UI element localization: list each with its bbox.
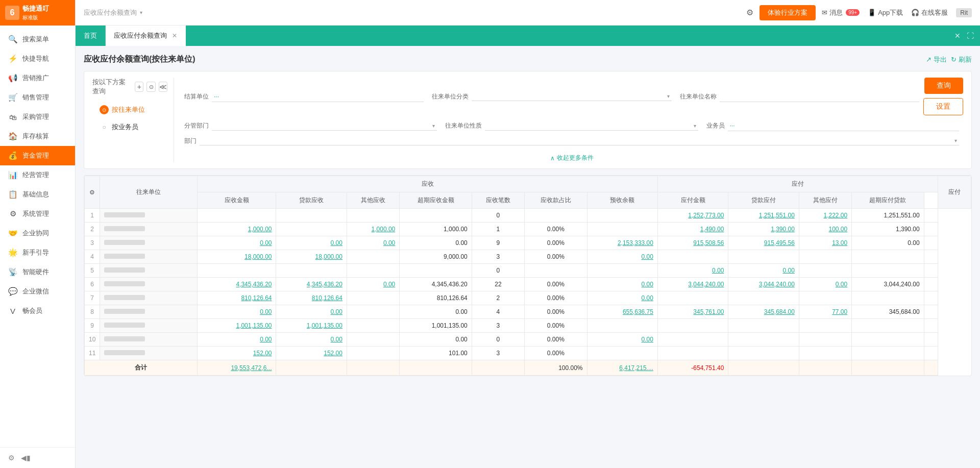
- cell[interactable]: 18,000.00: [198, 250, 276, 264]
- sidebar-item-13[interactable]: 💬 企业微信: [0, 282, 75, 301]
- th-gear[interactable]: ⚙: [85, 176, 100, 209]
- cell[interactable]: 1,251,551.00: [728, 209, 799, 223]
- cell[interactable]: 915,495.56: [728, 236, 799, 250]
- cell[interactable]: 0.00: [728, 264, 799, 278]
- cell: [852, 250, 924, 264]
- cell[interactable]: 0.00: [347, 278, 399, 291]
- cell[interactable]: 3,044,240.00: [728, 278, 799, 291]
- cell[interactable]: 0.00: [276, 305, 347, 319]
- cell[interactable]: 655,636.75: [587, 305, 657, 319]
- cell[interactable]: 18,000.00: [276, 250, 347, 264]
- sidebar-item-8[interactable]: 📋 基础信息: [0, 185, 75, 204]
- cell[interactable]: 2,153,333.00: [587, 236, 657, 250]
- cell[interactable]: 1,000.00: [198, 223, 276, 236]
- query-option-counterpart[interactable]: ⊙ 按往来单位: [92, 101, 167, 118]
- sidebar-item-11[interactable]: 🌟 新手引导: [0, 243, 75, 262]
- filter-dept: 部门 ▾: [180, 136, 963, 145]
- cell[interactable]: 0.00: [657, 264, 728, 278]
- cell: 4: [472, 305, 524, 319]
- table-row: 6 4,345,436.204,345,436.200.004,345,436.…: [85, 278, 971, 291]
- sidebar-item-9[interactable]: ⚙ 系统管理: [0, 204, 75, 224]
- filter-add-button[interactable]: +: [135, 82, 143, 92]
- tab-maximize-icon[interactable]: ⛶: [967, 32, 974, 40]
- cell[interactable]: 0.00: [276, 236, 347, 250]
- counterpart-name-input[interactable]: [720, 91, 919, 102]
- cell[interactable]: 4,345,436.20: [276, 278, 347, 291]
- cell[interactable]: 0.00: [799, 278, 851, 291]
- salesperson-input[interactable]: ···: [728, 120, 959, 131]
- cell[interactable]: 345,761.00: [657, 305, 728, 319]
- cell[interactable]: 0.00: [587, 250, 657, 264]
- sidebar-item-10[interactable]: 🤝 企业协同: [0, 224, 75, 243]
- cell: 2: [472, 291, 524, 305]
- sidebar-item-0[interactable]: 🔍 搜索菜单: [0, 30, 75, 49]
- counterpart-nature-input[interactable]: ▾: [485, 121, 698, 131]
- tab-minimize-icon[interactable]: ✕: [954, 32, 961, 40]
- footer-prepaid-total[interactable]: 6,417,215....: [587, 360, 657, 376]
- app-download-action[interactable]: 📱 App下载: [868, 8, 903, 17]
- sidebar-item-4[interactable]: 🛍 采购管理: [0, 107, 75, 127]
- cell: 0.00: [852, 236, 924, 250]
- cell[interactable]: 152.00: [198, 347, 276, 360]
- online-service-action[interactable]: 🎧 在线客服: [911, 8, 948, 17]
- cell[interactable]: 810,126.64: [276, 291, 347, 305]
- message-action[interactable]: ✉ 消息 99+: [822, 8, 860, 17]
- query-option-salesperson[interactable]: ○ 按业务员: [92, 118, 167, 136]
- cell[interactable]: 1,252,773.00: [657, 209, 728, 223]
- sidebar-label-8: 基础信息: [22, 190, 49, 199]
- filter-collapse-left[interactable]: ≪: [159, 82, 167, 92]
- sidebar-item-1[interactable]: ⚡ 快捷导航: [0, 49, 75, 68]
- user-avatar[interactable]: Rit: [956, 8, 972, 17]
- cell[interactable]: 77.00: [799, 305, 851, 319]
- cell[interactable]: 1,222.00: [799, 209, 851, 223]
- tab-close-icon[interactable]: ✕: [172, 32, 177, 39]
- dept-manager-input[interactable]: ▾: [212, 121, 437, 131]
- refresh-button[interactable]: ↻ 刷新: [951, 55, 972, 64]
- sidebar-settings-icon[interactable]: ⚙: [8, 454, 15, 462]
- tab-receivable[interactable]: 应收应付余额查询 ✕: [106, 26, 186, 46]
- cell[interactable]: 13.00: [799, 236, 851, 250]
- cell[interactable]: 1,001,135.00: [198, 319, 276, 333]
- cell[interactable]: 100.00: [799, 223, 851, 236]
- sidebar-item-7[interactable]: 📊 经营管理: [0, 165, 75, 185]
- cell[interactable]: 0.00: [276, 333, 347, 347]
- cell[interactable]: 915,508.56: [657, 236, 728, 250]
- cell[interactable]: 0.00: [587, 278, 657, 291]
- cell[interactable]: 4,345,436.20: [198, 278, 276, 291]
- cell[interactable]: 1,000.00: [347, 223, 399, 236]
- counterpart-category-input[interactable]: ▾: [472, 92, 671, 101]
- cell[interactable]: 0.00: [198, 333, 276, 347]
- breadcrumb-dropdown-icon[interactable]: ▾: [140, 10, 142, 15]
- cell[interactable]: 0.00: [587, 291, 657, 305]
- sidebar-item-6[interactable]: 💰 资金管理: [0, 146, 75, 165]
- sidebar-item-3[interactable]: 🛒 销售管理: [0, 88, 75, 107]
- sidebar-item-2[interactable]: 📢 营销推广: [0, 68, 75, 88]
- export-button[interactable]: ↗ 导出: [926, 55, 947, 64]
- filter-settings-button[interactable]: ⊙: [146, 82, 155, 92]
- settlement-unit-input[interactable]: ···: [212, 91, 424, 102]
- cell[interactable]: 810,126.64: [198, 291, 276, 305]
- cell[interactable]: 1,001,135.00: [276, 319, 347, 333]
- sidebar-item-14[interactable]: V 畅会员: [0, 301, 75, 321]
- sidebar-item-12[interactable]: 📡 智能硬件: [0, 262, 75, 282]
- settings-button[interactable]: 设置: [923, 98, 963, 115]
- cell: 0.00%: [525, 236, 587, 250]
- sidebar-collapse-icon[interactable]: ◀▮: [21, 454, 31, 462]
- cell[interactable]: 1,490.00: [657, 223, 728, 236]
- cell[interactable]: 152.00: [276, 347, 347, 360]
- header-gear-icon[interactable]: ⚙: [746, 8, 753, 17]
- cell[interactable]: 0.00: [198, 305, 276, 319]
- collapse-button[interactable]: ∧ 收起更多条件: [180, 154, 963, 162]
- sidebar-item-5[interactable]: 🏠 库存核算: [0, 127, 75, 146]
- tab-home[interactable]: 首页: [76, 26, 106, 46]
- query-button[interactable]: 查询: [924, 78, 963, 94]
- cell[interactable]: 0.00: [347, 236, 399, 250]
- footer-receivable-total[interactable]: 19,553,472,6...: [198, 360, 276, 376]
- cell[interactable]: 345,684.00: [728, 305, 799, 319]
- cell[interactable]: 1,390.00: [728, 223, 799, 236]
- cell[interactable]: 0.00: [587, 333, 657, 347]
- solution-button[interactable]: 体验行业方案: [760, 5, 816, 20]
- cell[interactable]: 0.00: [198, 236, 276, 250]
- dept-input[interactable]: ▾: [200, 136, 959, 145]
- cell[interactable]: 3,044,240.00: [657, 278, 728, 291]
